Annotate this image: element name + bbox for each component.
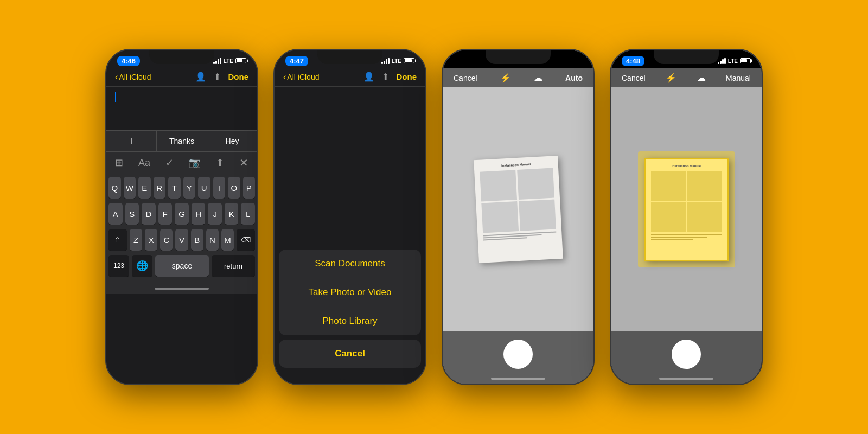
take-photo-button[interactable]: Take Photo or Video <box>279 278 421 307</box>
status-time-4: 4:48 <box>622 56 644 66</box>
battery-icon-4 <box>740 58 751 63</box>
share-icon-2[interactable]: ⬆ <box>382 72 389 82</box>
camera-mode-label-3[interactable]: Auto <box>565 74 583 82</box>
signal-icon-1 <box>213 58 221 64</box>
key-q[interactable]: Q <box>108 177 121 199</box>
key-k[interactable]: K <box>225 203 239 225</box>
key-v[interactable]: V <box>175 229 188 251</box>
key-t[interactable]: T <box>168 177 181 199</box>
key-c[interactable]: C <box>160 229 173 251</box>
done-button-1[interactable]: Done <box>228 72 249 81</box>
share-icon[interactable]: ⬆ <box>214 72 221 82</box>
cancel-button-2[interactable]: Cancel <box>279 340 421 368</box>
status-right-2: LTE <box>381 58 414 64</box>
camera-top-bar-4: Cancel ⚡ ☁ Manual <box>611 68 762 87</box>
back-button-1[interactable]: ‹ All iCloud <box>115 72 151 82</box>
flash-icon-3[interactable]: ⚡ <box>500 73 511 83</box>
pred-word-3[interactable]: Hey <box>207 131 257 151</box>
timer-icon-3[interactable]: ☁ <box>534 73 542 83</box>
grid-icon[interactable]: ⊞ <box>115 157 123 169</box>
key-l[interactable]: L <box>241 203 255 225</box>
key-j[interactable]: J <box>208 203 222 225</box>
camera-viewfinder-4: Installation Manual <box>611 87 762 331</box>
key-o[interactable]: O <box>228 177 240 199</box>
status-time-1: 4:46 <box>117 56 140 66</box>
scan-documents-button[interactable]: Scan Documents <box>279 250 421 278</box>
key-row-2: A S D F G H J K L <box>108 203 255 225</box>
return-key[interactable]: return <box>212 255 255 277</box>
camera-bottom-3 <box>443 331 593 373</box>
note-content-1 <box>106 87 257 130</box>
timer-icon-4[interactable]: ☁ <box>697 73 706 83</box>
phone-1: 4:46 LTE ‹ All iCloud 👤 <box>105 49 258 385</box>
camera-mode-label-4[interactable]: Manual <box>726 74 751 82</box>
delete-key[interactable]: ⌫ <box>237 229 255 251</box>
shutter-button-4[interactable] <box>672 340 701 369</box>
key-h[interactable]: H <box>192 203 206 225</box>
chevron-left-icon-2: ‹ <box>283 72 286 82</box>
key-f[interactable]: F <box>158 203 173 225</box>
signal-icon-2 <box>381 58 390 64</box>
key-r[interactable]: R <box>154 177 166 199</box>
key-i[interactable]: I <box>213 177 226 199</box>
key-row-3: ⇧ Z X C V B N M ⌫ <box>108 229 255 251</box>
back-label-1: All iCloud <box>119 73 151 81</box>
status-bar-4: 4:48 LTE <box>611 50 762 68</box>
key-g[interactable]: G <box>175 203 189 225</box>
notes-nav-1: ‹ All iCloud 👤 ⬆ Done <box>106 68 257 87</box>
chevron-left-icon: ‹ <box>115 72 118 82</box>
text-format-icon[interactable]: Aa <box>138 157 150 169</box>
key-x[interactable]: X <box>145 229 157 251</box>
close-keyboard-icon[interactable]: ✕ <box>239 156 248 169</box>
key-n[interactable]: N <box>206 229 219 251</box>
key-u[interactable]: U <box>198 177 210 199</box>
pred-word-1[interactable]: I <box>106 131 157 151</box>
home-indicator-3 <box>443 373 593 384</box>
battery-icon-1 <box>235 58 246 63</box>
key-d[interactable]: D <box>142 203 156 225</box>
person-circle-icon[interactable]: 👤 <box>195 72 206 82</box>
key-w[interactable]: W <box>124 177 136 199</box>
arrow-circle-icon[interactable]: ⬆ <box>216 157 224 169</box>
back-label-2: All iCloud <box>287 73 319 81</box>
key-e[interactable]: E <box>138 177 151 199</box>
checkmark-icon[interactable]: ✓ <box>165 157 174 169</box>
status-bar-1: 4:46 LTE <box>106 50 257 68</box>
camera-cancel-button-3[interactable]: Cancel <box>454 74 477 82</box>
space-key[interactable]: space <box>155 255 209 277</box>
key-y[interactable]: Y <box>183 177 196 199</box>
status-bar-2: 4:47 LTE <box>275 50 425 68</box>
action-group-main: Scan Documents Take Photo or Video Photo… <box>279 250 421 335</box>
key-m[interactable]: M <box>221 229 234 251</box>
photo-library-button[interactable]: Photo Library <box>279 307 421 335</box>
key-b[interactable]: B <box>191 229 203 251</box>
action-sheet: Scan Documents Take Photo or Video Photo… <box>275 250 425 384</box>
emoji-key[interactable]: 🌐 <box>132 255 152 277</box>
notes-nav-2: ‹ All iCloud 👤 ⬆ Done <box>275 68 425 87</box>
phone-4: 4:48 LTE Cancel ⚡ ☁ Manual <box>610 49 763 385</box>
keyboard-toolbar: ⊞ Aa ✓ 📷 ⬆ ✕ <box>106 152 257 174</box>
document-preview-4: Installation Manual <box>644 158 729 261</box>
pred-word-2[interactable]: Thanks <box>157 131 207 151</box>
num-key[interactable]: 123 <box>108 255 129 277</box>
person-circle-icon-2[interactable]: 👤 <box>363 72 374 82</box>
back-button-2[interactable]: ‹ All iCloud <box>283 72 319 82</box>
notes-actions-2: 👤 ⬆ Done <box>363 72 417 82</box>
battery-icon-2 <box>404 58 414 63</box>
flash-icon-4[interactable]: ⚡ <box>666 73 676 83</box>
key-a[interactable]: A <box>108 203 123 225</box>
camera-icon[interactable]: 📷 <box>189 157 201 169</box>
key-row-4: 123 🌐 space return <box>108 255 255 277</box>
key-p[interactable]: P <box>243 177 256 199</box>
home-indicator-4 <box>611 373 762 384</box>
notch-area-3 <box>443 50 593 68</box>
status-right-4: LTE <box>718 58 751 64</box>
done-button-2[interactable]: Done <box>397 72 417 81</box>
shift-key[interactable]: ⇧ <box>108 229 127 251</box>
lte-label-1: LTE <box>224 58 233 64</box>
key-s[interactable]: S <box>125 203 139 225</box>
status-right-1: LTE <box>213 58 246 64</box>
key-z[interactable]: Z <box>130 229 142 251</box>
shutter-button-3[interactable] <box>503 340 533 369</box>
camera-cancel-button-4[interactable]: Cancel <box>622 74 646 82</box>
